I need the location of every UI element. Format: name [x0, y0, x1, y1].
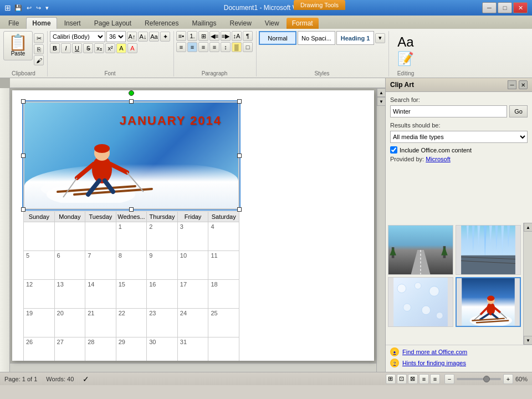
bullets-btn[interactable]: ≡•: [176, 31, 186, 41]
handle-bl[interactable]: [21, 207, 25, 212]
list-item[interactable]: [388, 277, 453, 327]
change-case-btn[interactable]: Aa: [149, 32, 159, 42]
handle-ml[interactable]: [21, 154, 25, 158]
dropdown-quick-btn[interactable]: ▾: [44, 3, 50, 13]
draft-btn[interactable]: ≡: [430, 374, 440, 384]
handle-bm[interactable]: [129, 207, 134, 212]
zoom-in-btn[interactable]: +: [503, 374, 513, 384]
maximize-btn[interactable]: □: [498, 2, 512, 13]
underline-btn[interactable]: U: [72, 43, 82, 53]
strikethrough-btn[interactable]: S̶: [83, 43, 93, 53]
handle-mr[interactable]: [237, 154, 242, 158]
handle-tm[interactable]: [129, 99, 134, 104]
office-link-icon: ●: [390, 347, 399, 356]
tab-home[interactable]: Home: [26, 17, 57, 29]
style-normal[interactable]: Normal: [259, 31, 296, 45]
tab-format[interactable]: Format: [287, 18, 319, 29]
minimize-btn[interactable]: ─: [482, 2, 497, 13]
align-right-btn[interactable]: ≡: [198, 42, 208, 52]
editing-panel-btn[interactable]: 📝: [397, 51, 414, 66]
calendar-image[interactable]: JANUARY 2014: [23, 101, 239, 209]
line-spacing-btn[interactable]: ↕: [221, 42, 231, 52]
svg-point-37: [422, 306, 431, 315]
document-inner: JANUARY 2014: [12, 90, 374, 361]
align-left-btn[interactable]: ≡: [176, 42, 186, 52]
handle-br[interactable]: [237, 207, 242, 212]
format-painter-btn[interactable]: 🖌: [34, 55, 44, 65]
clear-format-btn[interactable]: ✦: [160, 32, 170, 42]
search-input[interactable]: [390, 105, 507, 117]
tab-view[interactable]: View: [259, 17, 285, 29]
paste-btn[interactable]: 📋 Paste: [3, 31, 33, 60]
cut-btn[interactable]: ✂: [34, 33, 44, 43]
save-quick-btn[interactable]: 💾: [13, 3, 23, 13]
title-bar: ⊞ 💾 ↩ ↪ ▾ Document1 - Microsoft Word Dra…: [0, 0, 532, 16]
handle-tl[interactable]: [21, 99, 25, 104]
highlight-btn[interactable]: A: [116, 43, 126, 53]
media-type-select[interactable]: All media file types: [390, 131, 528, 143]
zoom-slider[interactable]: [457, 378, 501, 380]
print-layout-btn[interactable]: ⊞: [386, 374, 396, 384]
office-link[interactable]: ● Find more at Office.com: [390, 347, 528, 356]
full-screen-btn[interactable]: ⊡: [397, 374, 407, 384]
panel-scrollbar: ▲ ▼: [523, 223, 532, 345]
panel-scroll-down-btn[interactable]: ▼: [524, 336, 532, 345]
decrease-indent-btn[interactable]: ◀≡: [209, 31, 219, 41]
justify-btn[interactable]: ≡: [209, 42, 219, 52]
tab-references[interactable]: References: [139, 17, 185, 29]
scroll-up-btn[interactable]: ▲: [377, 88, 385, 97]
list-item[interactable]: [456, 225, 521, 275]
include-office-checkbox[interactable]: [390, 146, 397, 154]
tab-file[interactable]: File: [2, 17, 25, 29]
font-color-btn[interactable]: A: [127, 43, 137, 53]
grow-font-btn[interactable]: A↑: [127, 32, 137, 42]
subscript-btn[interactable]: x₂: [94, 43, 104, 53]
font-name-select[interactable]: Calibri (Body): [50, 31, 105, 42]
style-no-spacing[interactable]: No Spaci...: [298, 31, 335, 45]
rotate-handle[interactable]: [129, 90, 134, 96]
border-btn[interactable]: □: [243, 42, 253, 52]
style-heading1[interactable]: Heading 1: [336, 31, 374, 45]
italic-btn[interactable]: I: [61, 43, 71, 53]
hints-link[interactable]: ? Hints for finding images: [390, 359, 528, 367]
tab-insert[interactable]: Insert: [58, 17, 87, 29]
multilevel-btn[interactable]: ⊞: [198, 31, 208, 41]
numbering-btn[interactable]: 1.: [187, 31, 197, 41]
change-styles-btn[interactable]: Aa: [397, 34, 413, 50]
list-item[interactable]: [388, 225, 453, 275]
table-row: 19 20 21 22 23 24 25: [24, 309, 239, 337]
tab-mailings[interactable]: Mailings: [186, 17, 222, 29]
undo-quick-btn[interactable]: ↩: [25, 3, 33, 13]
horizontal-scrollbar[interactable]: [10, 363, 376, 372]
search-label: Search for:: [390, 96, 528, 103]
show-marks-btn[interactable]: ¶: [243, 31, 253, 41]
go-button[interactable]: Go: [509, 105, 528, 117]
panel-close-btn[interactable]: ✕: [519, 80, 528, 89]
image-grid: [388, 225, 521, 327]
copy-btn[interactable]: ⎘: [34, 44, 44, 54]
outline-btn[interactable]: ≡: [419, 374, 429, 384]
tab-page-layout[interactable]: Page Layout: [88, 17, 137, 29]
zoom-out-btn[interactable]: −: [444, 374, 454, 384]
shrink-font-btn[interactable]: A↓: [138, 32, 148, 42]
shading-btn[interactable]: ▒: [232, 42, 242, 52]
microsoft-link[interactable]: Microsoft: [426, 156, 451, 162]
bold-btn[interactable]: B: [50, 43, 60, 53]
handle-tr[interactable]: [237, 99, 242, 104]
font-size-select[interactable]: 36: [106, 31, 126, 42]
close-btn[interactable]: ✕: [513, 2, 528, 13]
vertical-scrollbar[interactable]: ▲ ▼: [376, 88, 385, 372]
increase-indent-btn[interactable]: ≡▶: [221, 31, 231, 41]
tab-review[interactable]: Review: [223, 17, 257, 29]
panel-scroll-up-btn[interactable]: ▲: [524, 223, 532, 232]
calendar-image-container[interactable]: JANUARY 2014: [23, 101, 239, 209]
superscript-btn[interactable]: x²: [105, 43, 115, 53]
list-item[interactable]: [456, 277, 521, 327]
panel-minimize-btn[interactable]: ─: [508, 80, 516, 89]
align-center-btn[interactable]: ≡: [187, 42, 197, 52]
styles-more-btn[interactable]: ▾: [375, 33, 385, 43]
web-layout-btn[interactable]: ⊠: [408, 374, 418, 384]
scroll-down-btn[interactable]: ▼: [377, 97, 385, 106]
sort-btn[interactable]: ↕A: [232, 31, 242, 41]
redo-quick-btn[interactable]: ↪: [35, 3, 42, 13]
